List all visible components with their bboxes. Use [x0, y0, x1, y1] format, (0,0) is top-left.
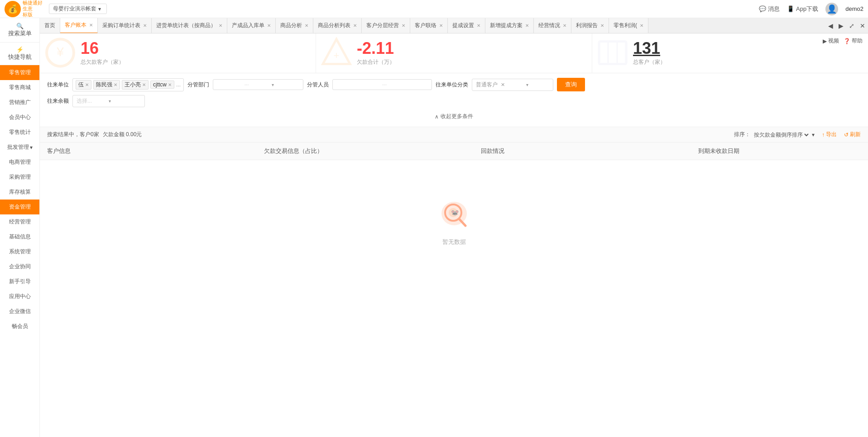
- tab-accounts[interactable]: 客户账本 ✕: [60, 18, 98, 33]
- tab-label: 新增提成方案: [490, 22, 523, 29]
- tab-close-icon[interactable]: ✕: [143, 23, 147, 28]
- tab-scroll-right-icon[interactable]: ▶: [836, 22, 846, 29]
- refresh-button[interactable]: ↺ 刷新: [844, 131, 861, 138]
- tab-close-icon[interactable]: ✕: [600, 23, 604, 28]
- type-select[interactable]: 普通客户 ✕ ▾: [472, 79, 553, 91]
- tab-maximize-icon[interactable]: ⤢: [846, 22, 857, 29]
- unit-tag-chen[interactable]: 陈民强 ✕: [93, 80, 120, 90]
- sidebar-item-member[interactable]: 会员中心: [0, 110, 39, 125]
- tag-label: cjttcw: [153, 81, 167, 88]
- tab-biz-status[interactable]: 经营情况 ✕: [534, 18, 571, 33]
- empty-state: 🐭 暂无数据: [40, 160, 868, 282]
- sidebar-item-appstore[interactable]: 应用中心: [0, 289, 39, 304]
- person-select[interactable]: ···: [332, 79, 432, 90]
- tab-close-icon[interactable]: ✕: [402, 23, 405, 28]
- sort-select[interactable]: 按欠款金额倒序排序: [752, 131, 810, 138]
- app-container: 💰 畅捷通好生意标版 母婴行业演示帐套 ▾ 💬 消息 📱 App下载 👤 dem…: [0, 0, 868, 437]
- tab-new-scheme[interactable]: 新增提成方案 ✕: [485, 18, 534, 33]
- tab-close-icon[interactable]: ✕: [640, 23, 643, 28]
- sidebar-item-label: 系统管理: [3, 248, 37, 256]
- tab-customer-contact[interactable]: 客户联络 ✕: [410, 18, 448, 33]
- svg-text:+: +: [334, 49, 340, 61]
- collapse-label: 收起更多条件: [441, 113, 473, 120]
- chevron-down-icon: ▾: [272, 82, 299, 87]
- message-button[interactable]: 💬 消息: [759, 5, 780, 13]
- sidebar-item-operations[interactable]: 经营管理: [0, 214, 39, 229]
- tab-goods-analysis[interactable]: 商品分析 ✕: [276, 18, 313, 33]
- username[interactable]: demo2: [845, 5, 863, 12]
- tab-close-icon[interactable]: ✕: [267, 23, 271, 28]
- sidebar-item-ecommerce[interactable]: 电商管理: [0, 155, 39, 170]
- tab-close-icon[interactable]: ✕: [525, 23, 529, 28]
- sidebar-item-retail[interactable]: 零售管理: [0, 65, 39, 80]
- help-button[interactable]: ❓ 帮助: [844, 37, 863, 45]
- content-area: 首页 客户账本 ✕ 采购订单统计表 ✕ 进货单统计表（按商品） ✕ 产成品入库单…: [40, 18, 868, 437]
- dept-select[interactable]: ··· ▾: [213, 79, 303, 90]
- tab-retail-profit[interactable]: 零售利润( ✕: [609, 18, 648, 33]
- sidebar-search[interactable]: 🔍 搜索菜单: [0, 18, 39, 43]
- tab-close-all-icon[interactable]: ✕: [857, 22, 868, 29]
- account-selector[interactable]: 母婴行业演示帐套 ▾: [49, 4, 107, 14]
- sidebar-item-guide[interactable]: 新手引导: [0, 274, 39, 289]
- tag-label: 陈民强: [96, 81, 112, 89]
- tab-purchase-orders[interactable]: 采购订单统计表 ✕: [98, 18, 152, 33]
- sidebar-item-wechat[interactable]: 企业微信: [0, 304, 39, 319]
- tag-close-icon[interactable]: ✕: [142, 82, 146, 87]
- tab-stock-in[interactable]: 进货单统计表（按商品） ✕: [152, 18, 227, 33]
- sidebar-item-wholesale[interactable]: 批发管理 ▾: [0, 140, 39, 155]
- tab-label: 零售利润(: [614, 22, 637, 29]
- sidebar-item-retail-stats[interactable]: 零售统计: [0, 125, 39, 140]
- filter-row-2: 往来余额 选择... ▾: [47, 95, 861, 107]
- tab-label: 客户分层经营: [366, 22, 399, 29]
- sidebar-item-retail-mall[interactable]: 零售商城: [0, 80, 39, 95]
- sidebar-quick-nav[interactable]: ⚡ 快捷导航: [0, 43, 39, 65]
- sidebar-item-system[interactable]: 系统管理: [0, 244, 39, 259]
- more-tags-button[interactable]: ...: [176, 81, 181, 88]
- sidebar-item-label: 基础信息: [3, 233, 37, 241]
- type-clear-icon[interactable]: ✕: [501, 82, 524, 88]
- export-button[interactable]: ↑ 导出: [822, 131, 837, 138]
- sidebar-item-label: 零售商城: [3, 84, 37, 91]
- tab-label: 客户账本: [65, 21, 86, 29]
- balance-select[interactable]: 选择... ▾: [72, 95, 145, 107]
- app-download-button[interactable]: 📱 App下载: [787, 5, 818, 13]
- stat-total-debt-amount: + -2.11 欠款合计（万）: [316, 33, 592, 73]
- tab-close-icon[interactable]: ✕: [353, 23, 357, 28]
- video-button[interactable]: ▶ 视频: [823, 37, 839, 45]
- tab-home[interactable]: 首页: [40, 18, 60, 33]
- collapse-button[interactable]: ∧ 收起更多条件: [47, 111, 861, 122]
- sidebar-item-purchase[interactable]: 采购管理: [0, 170, 39, 185]
- tab-close-icon[interactable]: ✕: [477, 23, 480, 28]
- sidebar-item-label: 企业协同: [3, 263, 37, 271]
- unit-tag-cjttcw[interactable]: cjttcw ✕: [150, 81, 174, 89]
- sidebar-item-basics[interactable]: 基础信息: [0, 229, 39, 244]
- unit-tag-wu[interactable]: 伍 ✕: [76, 80, 91, 90]
- sidebar-item-enterprise[interactable]: 企业协同: [0, 259, 39, 274]
- tag-close-icon[interactable]: ✕: [85, 82, 89, 87]
- tab-customer-tier[interactable]: 客户分层经营 ✕: [362, 18, 410, 33]
- tab-goods-analysis-list[interactable]: 商品分析列表 ✕: [313, 18, 362, 33]
- tab-close-icon[interactable]: ✕: [219, 23, 222, 28]
- sidebar-item-inventory[interactable]: 库存核算: [0, 185, 39, 200]
- tab-profit-report[interactable]: 利润报告 ✕: [571, 18, 609, 33]
- chevron-up-icon: ∧: [435, 114, 439, 120]
- play-icon: ▶: [823, 38, 827, 44]
- tab-close-icon[interactable]: ✕: [439, 23, 443, 28]
- tab-scroll-left-icon[interactable]: ◀: [825, 22, 836, 29]
- tag-close-icon[interactable]: ✕: [114, 82, 117, 87]
- query-button[interactable]: 查询: [557, 78, 585, 91]
- sidebar-item-finance[interactable]: 资金管理: [0, 200, 39, 214]
- sidebar-item-marketing[interactable]: 营销推广: [0, 95, 39, 110]
- sidebar-item-vip[interactable]: 畅会员: [0, 319, 39, 334]
- unit-tag-group[interactable]: 伍 ✕ 陈民强 ✕ 王小亮 ✕: [72, 78, 184, 91]
- tab-produce[interactable]: 产成品入库单 ✕: [227, 18, 276, 33]
- tab-close-icon[interactable]: ✕: [563, 23, 566, 28]
- tab-remind-settings[interactable]: 提成设置 ✕: [448, 18, 485, 33]
- tag-close-icon[interactable]: ✕: [168, 82, 172, 87]
- unit-tag-wang[interactable]: 王小亮 ✕: [122, 80, 149, 90]
- message-label: 消息: [768, 5, 780, 13]
- help-label: 帮助: [852, 37, 863, 45]
- empty-text: 暂无数据: [442, 238, 466, 246]
- tab-close-icon[interactable]: ✕: [89, 23, 93, 28]
- tab-close-icon[interactable]: ✕: [305, 23, 308, 28]
